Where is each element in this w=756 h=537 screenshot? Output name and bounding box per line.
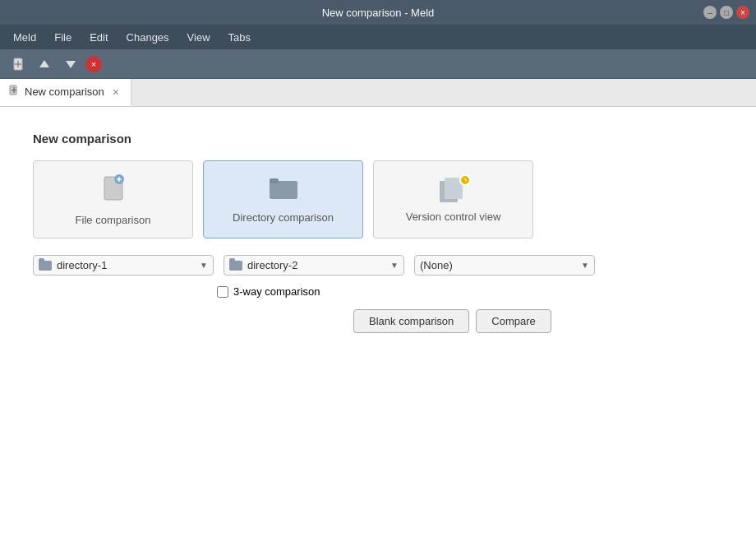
window-controls: – □ × [703,6,749,19]
section-title: New comparison [33,132,723,146]
folder-icon-1 [39,261,52,271]
file-comparison-label: File comparison [76,214,151,226]
tab-icon [8,85,20,99]
file-comparison-card[interactable]: File comparison [33,160,193,238]
compare-button[interactable]: Compare [476,309,551,333]
dropdown-arrow-2: ▼ [390,261,399,270]
close-window-button[interactable]: × [736,6,749,19]
three-way-checkbox[interactable] [217,286,228,298]
menu-view[interactable]: View [181,30,217,45]
comparison-type-selector: File comparison Directory comparison [33,160,723,238]
blank-comparison-button[interactable]: Blank comparison [353,309,469,333]
version-control-card[interactable]: Version control view [373,160,533,238]
directory1-dropdown[interactable]: directory-1 ▼ [33,255,214,275]
svg-marker-4 [66,61,76,68]
new-file-button[interactable] [7,53,30,76]
dropdowns-row: directory-1 ▼ directory-2 ▼ (None) ▼ [33,255,723,275]
toolbar: × [0,49,756,79]
dropdown-arrow-1: ▼ [200,261,208,270]
version-control-icon [440,176,468,204]
three-way-row: 3-way comparison [33,285,723,298]
up-button[interactable] [33,53,56,76]
directory-comparison-label: Directory comparison [233,211,334,224]
directory-comparison-icon [270,176,297,205]
menu-meld[interactable]: Meld [7,30,43,45]
down-button[interactable] [59,53,82,76]
action-buttons: Blank comparison Compare [33,309,723,333]
menu-tabs[interactable]: Tabs [222,30,257,45]
window-title: New comparison - Meld [322,7,435,19]
new-comparison-tab[interactable]: New comparison × [0,79,131,106]
directory2-value: directory-2 [247,259,385,271]
menu-changes[interactable]: Changes [120,30,176,45]
menu-edit[interactable]: Edit [83,30,114,45]
tab-label: New comparison [25,86,104,98]
dropdown-arrow-3: ▼ [581,261,589,270]
maximize-button[interactable]: □ [720,6,733,19]
titlebar: New comparison - Meld – □ × [0,0,756,25]
tabbar: New comparison × [0,79,756,107]
directory3-value: (None) [420,259,576,271]
three-way-label[interactable]: 3-way comparison [233,285,320,298]
stop-button[interactable]: × [85,56,102,72]
tab-close-button[interactable]: × [109,86,122,99]
directory2-dropdown[interactable]: directory-2 ▼ [224,255,404,275]
svg-rect-14 [270,178,279,183]
file-comparison-icon [101,174,126,207]
menu-file[interactable]: File [48,30,78,45]
directory-comparison-card[interactable]: Directory comparison [203,160,363,238]
minimize-button[interactable]: – [703,6,717,19]
directory3-dropdown[interactable]: (None) ▼ [414,255,595,275]
svg-marker-3 [39,60,49,67]
version-control-label: Version control view [406,211,501,223]
main-content: New comparison File comparison [0,107,756,537]
folder-icon-2 [229,261,242,271]
menubar: Meld File Edit Changes View Tabs [0,25,756,49]
directory1-value: directory-1 [57,259,195,271]
